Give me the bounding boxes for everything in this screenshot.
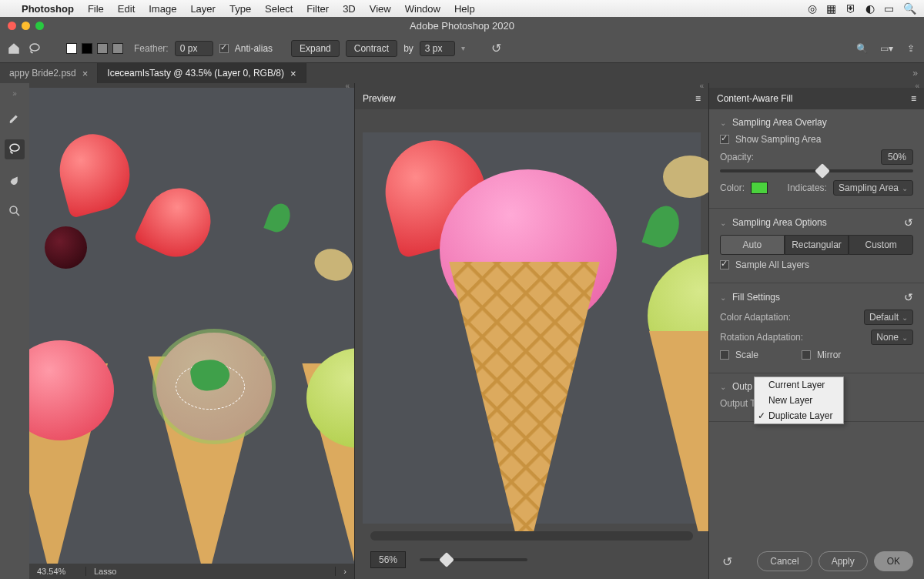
mac-status-icons: ◎ ▦ ⛨ ◐ ▭ 🔍 bbox=[808, 2, 916, 15]
menu-view[interactable]: View bbox=[370, 3, 391, 15]
moon-icon[interactable]: ◐ bbox=[865, 2, 875, 15]
mode-custom[interactable]: Custom bbox=[849, 235, 913, 255]
tab-close-icon[interactable]: × bbox=[82, 68, 89, 79]
output-dropdown[interactable]: Current Layer New Layer Duplicate Layer bbox=[754, 377, 844, 424]
shield-icon[interactable]: ⛨ bbox=[845, 2, 856, 15]
tab-active[interactable]: IceceamIsTasty @ 43.5% (Layer 0, RGB/8) … bbox=[98, 63, 306, 83]
status-zoom[interactable]: 43.54% bbox=[29, 567, 86, 576]
tab-overflow-icon[interactable]: » bbox=[906, 63, 924, 83]
search-bar-icon[interactable]: 🔍 bbox=[855, 42, 869, 55]
preview-scrollbar[interactable] bbox=[370, 531, 693, 541]
canvas-area[interactable]: « bbox=[29, 83, 354, 579]
zoom-slider[interactable] bbox=[420, 558, 527, 561]
tab-close-icon[interactable]: × bbox=[290, 68, 296, 79]
reset-icon[interactable]: ↺ bbox=[904, 216, 913, 229]
overlay-color-swatch[interactable] bbox=[751, 182, 768, 194]
options-bar: Feather: 0 px Anti-alias Expand Contract… bbox=[0, 34, 924, 63]
menu-file[interactable]: File bbox=[88, 3, 104, 15]
menu-3d[interactable]: 3D bbox=[343, 3, 356, 15]
toolbar-collapse-icon[interactable]: » bbox=[12, 89, 17, 98]
home-icon[interactable] bbox=[6, 42, 22, 55]
tray-icon[interactable]: ▦ bbox=[826, 2, 836, 15]
opacity-label: Opacity: bbox=[720, 152, 754, 162]
chevron-down-icon[interactable]: ⌄ bbox=[720, 219, 726, 227]
mirror-checkbox[interactable] bbox=[802, 350, 811, 360]
share-icon[interactable]: ⇪ bbox=[904, 42, 918, 55]
amount-input[interactable]: 3 px bbox=[420, 41, 455, 56]
antialias-checkbox[interactable] bbox=[219, 44, 229, 53]
tab-active-label: IceceamIsTasty @ 43.5% (Layer 0, RGB/8) bbox=[107, 68, 284, 79]
chevron-down-icon[interactable]: ⌄ bbox=[720, 383, 726, 391]
chevron-down-icon[interactable]: ⌄ bbox=[720, 293, 726, 302]
indicates-dropdown[interactable]: Sampling Area⌄ bbox=[833, 180, 913, 196]
ok-button[interactable]: OK bbox=[874, 551, 913, 571]
image-cherry bbox=[45, 226, 87, 269]
menu-layer[interactable]: Layer bbox=[190, 3, 216, 15]
menu-type[interactable]: Type bbox=[229, 3, 251, 15]
cc-icon[interactable]: ◎ bbox=[808, 2, 817, 15]
menu-window[interactable]: Window bbox=[405, 3, 440, 15]
scale-checkbox[interactable] bbox=[720, 350, 729, 360]
search-icon[interactable]: 🔍 bbox=[903, 2, 916, 15]
cancel-button[interactable]: Cancel bbox=[757, 551, 812, 571]
status-tool[interactable]: Lasso bbox=[86, 567, 336, 576]
reset-icon[interactable]: ↺ bbox=[720, 554, 734, 568]
tab-inactive-label: appy Bride2.psd bbox=[9, 68, 76, 79]
status-caret-icon[interactable]: › bbox=[336, 567, 354, 576]
intersect-selection-icon[interactable] bbox=[112, 43, 123, 54]
add-selection-icon[interactable] bbox=[82, 43, 92, 54]
lasso-tool-icon[interactable] bbox=[28, 42, 42, 55]
amount-dropdown-icon[interactable]: ▾ bbox=[461, 44, 465, 52]
menu-select[interactable]: Select bbox=[265, 3, 293, 15]
menu-image[interactable]: Image bbox=[149, 3, 176, 15]
contract-button[interactable]: Contract bbox=[346, 40, 397, 57]
document-tabs: appy Bride2.psd × IceceamIsTasty @ 43.5%… bbox=[0, 63, 924, 83]
lasso-tool-icon[interactable] bbox=[5, 139, 25, 159]
by-label: by bbox=[403, 43, 413, 54]
slider-thumb-icon[interactable] bbox=[815, 163, 830, 179]
reset-icon[interactable]: ↺ bbox=[490, 42, 504, 55]
zoom-tool-icon[interactable] bbox=[5, 201, 25, 221]
sampling-mode-group: Auto Rectangular Custom bbox=[720, 235, 913, 255]
panel-menu-icon[interactable]: ≡ bbox=[911, 93, 916, 104]
color-adapt-dropdown[interactable]: Default⌄ bbox=[864, 310, 913, 325]
chevron-down-icon[interactable]: ⌄ bbox=[720, 119, 726, 127]
apply-button[interactable]: Apply bbox=[819, 551, 868, 571]
expand-button[interactable]: Expand bbox=[291, 40, 340, 57]
preview-canvas[interactable] bbox=[355, 109, 708, 531]
tab-inactive[interactable]: appy Bride2.psd × bbox=[0, 63, 98, 83]
battery-icon[interactable]: ▭ bbox=[884, 2, 894, 15]
opacity-slider[interactable] bbox=[720, 169, 913, 172]
antialias-label: Anti-alias bbox=[235, 43, 273, 54]
color-adapt-label: Color Adaptation: bbox=[720, 312, 791, 323]
selection-mode-icons[interactable] bbox=[66, 43, 123, 54]
menu-app[interactable]: Photoshop bbox=[22, 3, 74, 15]
rotation-dropdown[interactable]: None⌄ bbox=[871, 330, 913, 345]
menu-edit[interactable]: Edit bbox=[118, 3, 135, 15]
document-canvas[interactable] bbox=[29, 88, 354, 564]
svg-marker-10 bbox=[449, 262, 600, 531]
hand-tool-icon[interactable] bbox=[5, 170, 25, 190]
brush-tool-icon[interactable] bbox=[5, 109, 25, 129]
sec-overlay-label: Sampling Area Overlay bbox=[732, 117, 827, 128]
slider-thumb-icon[interactable] bbox=[439, 552, 454, 567]
sample-all-checkbox[interactable] bbox=[720, 260, 729, 269]
workspace-icon[interactable]: ▭▾ bbox=[879, 42, 893, 55]
feather-input[interactable]: 0 px bbox=[175, 41, 213, 56]
subtract-selection-icon[interactable] bbox=[97, 43, 108, 54]
opacity-input[interactable]: 50% bbox=[881, 149, 913, 165]
mode-auto[interactable]: Auto bbox=[720, 235, 785, 255]
panel-menu-icon[interactable]: ≡ bbox=[695, 93, 701, 104]
preview-zoom-input[interactable]: 56% bbox=[370, 551, 406, 568]
svg-marker-11 bbox=[649, 331, 708, 531]
preview-panel: « Preview ≡ bbox=[354, 83, 708, 579]
dropdown-option-selected[interactable]: Duplicate Layer bbox=[755, 408, 843, 423]
show-sampling-checkbox[interactable] bbox=[720, 135, 729, 144]
dropdown-option[interactable]: Current Layer bbox=[755, 377, 843, 393]
mode-rect[interactable]: Rectangular bbox=[785, 235, 849, 255]
new-selection-icon[interactable] bbox=[66, 43, 77, 54]
dropdown-option[interactable]: New Layer bbox=[755, 393, 843, 408]
menu-filter[interactable]: Filter bbox=[306, 3, 329, 15]
menu-help[interactable]: Help bbox=[454, 3, 475, 15]
reset-icon[interactable]: ↺ bbox=[904, 291, 913, 303]
